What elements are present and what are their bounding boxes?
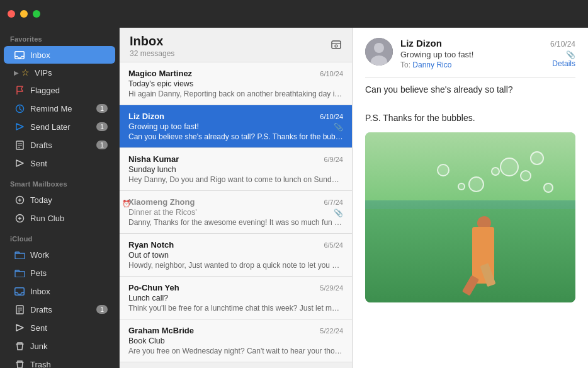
sidebar-item-vips[interactable]: ▶ ☆ VIPs (4, 64, 115, 81)
msg-subject: Book Club (128, 336, 343, 345)
msg-date: 6/9/24 (324, 156, 343, 163)
detail-to: To: Danny Rico (400, 60, 543, 69)
minimize-button[interactable] (20, 10, 28, 18)
message-item[interactable]: Xiaomeng Zhong 6/7/24 Dinner at the Rico… (120, 191, 352, 234)
detail-date: 6/10/24 (550, 40, 575, 49)
msg-subject: Growing up too fast! (128, 122, 343, 131)
inbox-icon (14, 49, 25, 60)
bubble (500, 158, 519, 176)
detail-body: Can you believe she's already so tall? P… (365, 83, 575, 125)
icloud-drafts-icon (14, 304, 25, 315)
filter-icon[interactable] (331, 40, 342, 53)
sidebar-item-icloud-inbox[interactable]: Inbox (4, 282, 115, 300)
message-item[interactable]: Graham McBride 5/22/24 Book Club Are you… (120, 319, 352, 362)
pending-icon: ⏰ (122, 200, 131, 208)
work-folder-icon (14, 249, 25, 260)
svg-point-17 (374, 43, 384, 53)
flag-icon (14, 84, 25, 96)
sidebar-item-icloud-drafts[interactable]: Drafts 1 (4, 301, 115, 318)
today-label: Today (30, 195, 108, 205)
msg-date: 6/7/24 (324, 198, 343, 206)
msg-subject: Today's epic views (128, 79, 343, 88)
msg-preview: Can you believe she's already so tall? P… (128, 132, 343, 141)
msg-preview: Think you'll be free for a lunchtime cha… (128, 304, 343, 313)
titlebar (0, 0, 588, 28)
msg-subject: Lunch call? (128, 294, 343, 302)
icloud-sent-label: Sent (30, 323, 108, 333)
close-button[interactable] (8, 10, 15, 18)
msg-date: 5/29/24 (320, 284, 343, 292)
detail-date-area: 6/10/24 📎 Details (550, 38, 575, 68)
msg-date: 6/10/24 (320, 70, 343, 78)
app-container: Favorites Inbox ▶ ☆ VIPs Flagged (0, 0, 588, 368)
messages-scroll[interactable]: Magico Martinez 6/10/24 Today's epic vie… (120, 62, 352, 368)
msg-date: 6/10/24 (320, 113, 343, 120)
icloud-section-label: iCloud (0, 227, 119, 245)
sent-icon (14, 158, 25, 169)
attachment-icon: 📎 (334, 209, 343, 217)
message-item[interactable]: Ryan Notch 6/5/24 Out of town Howdy, nei… (120, 234, 352, 277)
trash-icon (14, 359, 25, 368)
send-later-badge: 1 (96, 122, 108, 131)
message-item[interactable]: Magico Martinez 6/10/24 Today's epic vie… (120, 62, 352, 105)
remind-me-label: Remind Me (30, 104, 96, 113)
pets-label: Pets (30, 268, 108, 278)
msg-preview: Hi again Danny, Reporting back on anothe… (128, 89, 343, 98)
attachment-icon: 📎 (334, 123, 343, 132)
msg-subject: Dinner at the Ricos' (128, 208, 343, 217)
sidebar-item-drafts[interactable]: Drafts 1 (4, 136, 115, 154)
msg-subject: Sunday lunch (128, 165, 343, 174)
junk-label: Junk (30, 342, 108, 351)
inbox-label: Inbox (30, 50, 108, 60)
run-club-icon (14, 212, 25, 224)
detail-subject: Growing up too fast! (400, 50, 543, 59)
sidebar-item-work[interactable]: Work (4, 246, 115, 263)
smart-mailboxes-section-label: Smart Mailboxes (0, 173, 119, 190)
msg-sender: Graham McBride (128, 326, 194, 335)
message-list: Inbox 32 messages Magico Martinez 6/10/2… (120, 0, 353, 368)
icloud-drafts-badge: 1 (96, 305, 108, 314)
message-item[interactable]: Po-Chun Yeh 5/29/24 Lunch call? Think yo… (120, 277, 352, 319)
message-list-header: Inbox 32 messages (120, 28, 352, 62)
send-later-label: Send Later (30, 122, 96, 132)
sidebar-item-remind-me[interactable]: Remind Me 1 (4, 100, 115, 117)
sidebar-item-send-later[interactable]: Send Later 1 (4, 118, 115, 135)
detail-header-info: Liz Dizon Growing up too fast! To: Danny… (400, 38, 543, 69)
sidebar-item-inbox[interactable]: Inbox (4, 46, 115, 64)
message-item[interactable]: Nisha Kumar 6/9/24 Sunday lunch Hey Dann… (120, 148, 352, 191)
run-club-label: Run Club (30, 214, 108, 223)
to-name-link[interactable]: Danny Rico (412, 60, 451, 69)
msg-preview: Howdy, neighbor, Just wanted to drop a q… (128, 261, 343, 270)
work-label: Work (30, 250, 108, 260)
favorites-section-label: Favorites (0, 28, 119, 45)
clock-icon (14, 103, 25, 114)
bubble (468, 176, 484, 192)
message-list-count: 32 messages (130, 49, 174, 58)
sidebar-item-junk[interactable]: Junk (4, 337, 115, 355)
photo-scene (365, 132, 575, 302)
msg-sender: Nisha Kumar (128, 154, 179, 164)
msg-preview: Are you free on Wednesday night? Can't w… (128, 347, 343, 355)
message-item[interactable]: Liz Dizon 6/10/24 Growing up too fast! C… (120, 105, 352, 148)
sidebar-item-pets[interactable]: Pets (4, 264, 115, 282)
detail-header: Liz Dizon Growing up too fast! To: Danny… (365, 38, 575, 69)
sidebar-item-flagged[interactable]: Flagged (4, 81, 115, 99)
drafts-badge: 1 (96, 141, 108, 149)
sidebar-item-today[interactable]: Today (4, 191, 115, 209)
avatar (365, 38, 393, 66)
detail-content: Liz Dizon Growing up too fast! To: Danny… (353, 28, 588, 368)
maximize-button[interactable] (33, 10, 40, 18)
detail-divider (365, 77, 575, 78)
msg-date: 6/5/24 (324, 241, 343, 249)
sidebar-item-sent[interactable]: Sent (4, 154, 115, 172)
msg-subject: Out of town (128, 251, 343, 260)
msg-sender: Ryan Notch (128, 240, 174, 250)
sidebar-item-icloud-sent[interactable]: Sent (4, 319, 115, 336)
details-link[interactable]: Details (550, 59, 575, 68)
sidebar-item-run-club[interactable]: Run Club (4, 209, 115, 227)
sidebar-item-trash[interactable]: Trash (4, 355, 115, 368)
today-icon (14, 194, 25, 205)
star-icon: ☆ (21, 67, 30, 78)
person-figure (460, 189, 510, 284)
icloud-drafts-label: Drafts (30, 305, 96, 314)
